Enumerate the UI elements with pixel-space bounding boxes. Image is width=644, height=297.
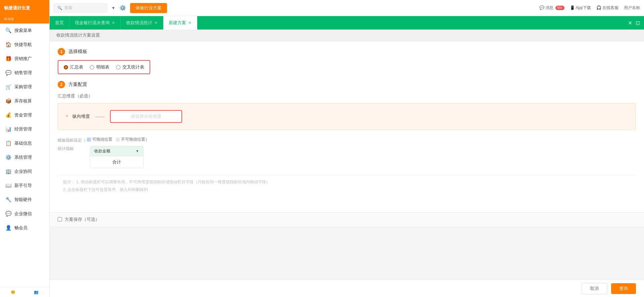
sidebar-item-operation[interactable]: 📊 经营管理 <box>0 122 49 136</box>
metrics-table: 收款金额 ▼ 合计 <box>90 146 144 168</box>
sidebar-item-enterprise[interactable]: 🏢 企业协同 <box>0 164 49 179</box>
message-badge: 99+ <box>555 6 565 10</box>
topbar-dropdown-arrow[interactable]: ▼ <box>111 6 115 10</box>
radio-detail-label[interactable]: 明细表 <box>96 64 109 70</box>
sidebar-item-sales[interactable]: 💬 销售管理 <box>0 66 49 80</box>
radio-summary[interactable]: 汇总表 <box>64 64 83 70</box>
tab-close-window-btn[interactable]: ✕ <box>628 20 632 26</box>
online-service-link[interactable]: 🎧 在线客服 <box>596 5 619 11</box>
topbar-search-placeholder: 搜索 <box>64 5 72 11</box>
sidebar-label-operation: 经营管理 <box>14 126 32 132</box>
draggable-badge: 可拖动位置 <box>87 137 112 142</box>
topbar-search-box[interactable]: 🔍 搜索 <box>54 3 107 12</box>
tab-home[interactable]: 首页 <box>50 16 69 30</box>
cart-icon: 🛒 <box>5 84 12 90</box>
sidebar-item-finance[interactable]: 💰 资金管理 <box>0 108 49 122</box>
tab-bar: 首页 现金银行流水查询 ✕ 收款情况统计 ✕ 新建方案 ✕ ✕ ⊡ <box>50 16 644 30</box>
stats-label: 统计指标 <box>58 146 85 152</box>
tips-section: 提示： 1. 拖动标题栏可以调整布局，不可跨维度或指标区域拖动栏目字段（只能在同… <box>58 175 636 199</box>
cancel-button[interactable]: 取消 <box>582 283 607 294</box>
sidebar-label-system: 系统管理 <box>14 154 32 160</box>
tab-bank-flow[interactable]: 现金银行流水查询 ✕ <box>69 16 121 30</box>
save-label[interactable]: 方案保存（可选） <box>65 216 100 222</box>
search-icon: 🔍 <box>5 28 12 34</box>
message-item[interactable]: 💬 消息 99+ <box>539 5 565 11</box>
topbar-search-icon: 🔍 <box>57 6 62 10</box>
sidebar-label-guide: 新手引导 <box>14 183 32 189</box>
sidebar-item-inventory[interactable]: 📦 库存核算 <box>0 94 49 108</box>
tab-collection-stat-label: 收款情况统计 <box>126 20 152 26</box>
dimension-arrow: —— <box>95 114 105 119</box>
sidebar-item-system[interactable]: ⚙️ 系统管理 <box>0 150 49 164</box>
sidebar-label-marketing: 营销推广 <box>14 56 32 62</box>
tab-maximize-btn[interactable]: ⊡ <box>636 20 640 26</box>
radio-summary-input[interactable] <box>64 65 68 69</box>
sidebar-label-purchase: 采购管理 <box>14 84 32 90</box>
sidebar-item-marketing[interactable]: 🎁 营销推广 <box>0 52 49 66</box>
radio-cross-label[interactable]: 交叉统计表 <box>122 64 144 70</box>
sidebar-item-member[interactable]: 👤 畅会员 <box>0 221 49 235</box>
tab-collection-stat[interactable]: 收款情况统计 ✕ <box>121 16 163 30</box>
chart-icon: 📊 <box>5 126 12 132</box>
no-drag-badge: 不可拖动位置） <box>116 137 149 142</box>
radio-summary-label[interactable]: 汇总表 <box>70 64 83 70</box>
tip-item-2: 2. 点击标题栏下拉可设置排序、插入列和删除列 <box>58 187 636 193</box>
page-title: 收款情况统计方案设置 <box>50 30 644 41</box>
drag-icon <box>87 138 91 142</box>
sidebar: 畅捷通好生意 标准版 🔍 搜索菜单 🏠 快捷导航 🎁 营销推广 💬 销售管理 🛒… <box>0 0 50 297</box>
topbar-settings-icon[interactable]: ⚙️ <box>119 5 126 11</box>
step1-header: 1 选择模板 <box>58 48 636 55</box>
metrics-dropdown-icon[interactable]: ▼ <box>136 149 139 153</box>
gear-icon: ⚙️ <box>5 154 12 160</box>
step2-section: 2 方案配置 汇总维度（必选） * 纵向维度 —— 请选择分组维度 <box>58 81 636 199</box>
tab-collection-stat-close[interactable]: ✕ <box>154 20 158 25</box>
sidebar-label-quick-nav: 快捷导航 <box>14 42 32 48</box>
sidebar-item-basic-info[interactable]: 📋 基础信息 <box>0 136 49 150</box>
radio-cross[interactable]: 交叉统计表 <box>116 64 144 70</box>
chat-icon: 💬 <box>5 70 12 76</box>
sidebar-label-hardware: 智能硬件 <box>14 197 32 203</box>
trial-button[interactable]: 体验行业方案 <box>130 3 167 13</box>
metrics-cell-total: 合计 <box>90 156 143 168</box>
radio-cross-input[interactable] <box>116 65 120 69</box>
sidebar-bottom: 😊 👥 <box>0 287 49 297</box>
query-button[interactable]: 查询 <box>611 283 636 294</box>
save-checkbox[interactable] <box>58 217 62 221</box>
sidebar-item-hardware[interactable]: 🔧 智能硬件 <box>0 193 49 207</box>
config-section: 汇总维度（必选） * 纵向维度 —— 请选择分组维度 模 <box>58 93 636 199</box>
tab-bank-flow-label: 现金银行流水查询 <box>75 20 110 26</box>
metrics-header-text: 收款金额 <box>94 148 110 154</box>
building-icon: 🏢 <box>5 168 12 175</box>
dimension-placeholder[interactable]: 请选择分组维度 <box>110 110 182 123</box>
gift-icon: 🎁 <box>5 56 12 62</box>
summary-dimension-label: 汇总维度（必选） <box>58 93 636 99</box>
radio-detail[interactable]: 明细表 <box>90 64 109 70</box>
member-icon: 👤 <box>5 225 12 231</box>
sidebar-item-search[interactable]: 🔍 搜索菜单 <box>0 23 49 38</box>
app-download-link[interactable]: 📱 App下载 <box>570 5 591 11</box>
sidebar-item-purchase[interactable]: 🛒 采购管理 <box>0 80 49 94</box>
clipboard-icon: 📋 <box>5 140 12 146</box>
sidebar-logo: 畅捷通好生意 <box>0 0 49 16</box>
book-icon: 📖 <box>5 183 12 189</box>
sidebar-bottom-btn1[interactable]: 😊 <box>3 290 23 294</box>
sidebar-item-guide[interactable]: 📖 新手引导 <box>0 179 49 193</box>
step1-section: 1 选择模板 汇总表 明细表 交叉统计表 <box>58 48 636 74</box>
sidebar-item-wechat[interactable]: 💬 企业微信 <box>0 207 49 221</box>
tab-bank-flow-close[interactable]: ✕ <box>112 20 115 25</box>
sidebar-item-quick-nav[interactable]: 🏠 快捷导航 <box>0 38 49 52</box>
wechat-icon: 💬 <box>5 211 12 217</box>
tab-new-plan-close[interactable]: ✕ <box>188 20 192 25</box>
required-mark: * <box>66 114 68 119</box>
topbar: 🔍 搜索 ▼ ⚙️ 体验行业方案 💬 消息 99+ 📱 App下载 🎧 在线客服… <box>50 0 644 16</box>
home-icon: 🏠 <box>5 42 12 48</box>
radio-detail-input[interactable] <box>90 65 94 69</box>
tab-new-plan[interactable]: 新建方案 ✕ <box>163 16 197 30</box>
footer-bar: 取消 查询 <box>50 280 644 297</box>
metrics-table-header[interactable]: 收款金额 ▼ <box>90 146 143 156</box>
tab-home-label: 首页 <box>55 20 64 26</box>
sidebar-label-basic-info: 基础信息 <box>14 140 32 146</box>
step1-title: 选择模板 <box>68 49 87 55</box>
sidebar-bottom-btn2[interactable]: 👥 <box>26 290 47 294</box>
main-area: 🔍 搜索 ▼ ⚙️ 体验行业方案 💬 消息 99+ 📱 App下载 🎧 在线客服… <box>50 0 644 297</box>
